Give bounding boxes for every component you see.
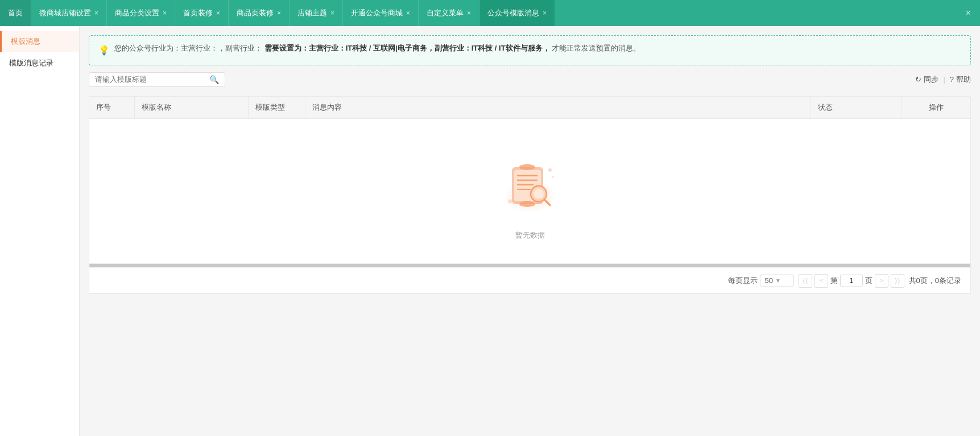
total-info-label: 共0页，0条记录 (909, 276, 961, 286)
tab-store-theme[interactable]: 店铺主题 × (290, 0, 343, 26)
close-tab-store-theme[interactable]: × (330, 9, 334, 17)
page-size-label: 每页显示 (728, 276, 758, 286)
svg-point-7 (519, 164, 535, 170)
page-unit-label: 页 (865, 276, 873, 286)
page-size-selector: 每页显示 50 ▼ (728, 275, 794, 286)
col-header-action: 操作 (902, 97, 970, 118)
close-tab-home-decor[interactable]: × (216, 9, 220, 17)
close-tab-custom-menu[interactable]: × (467, 9, 471, 17)
tab-home[interactable]: 首页 (0, 0, 31, 26)
toolbar-divider: | (943, 75, 945, 84)
notice-box: 💡 您的公众号行业为：主营行业：，副营行业： 需要设置为：主营行业：IT科技 /… (89, 35, 971, 65)
tab-template-message[interactable]: 公众号模版消息 × (479, 0, 555, 26)
page-size-value: 50 (765, 276, 773, 285)
next-page-button[interactable]: ＞ (875, 274, 888, 288)
col-header-index: 序号 (89, 97, 135, 118)
sidebar-item-template-message-log[interactable]: 模版消息记录 (0, 52, 79, 74)
close-tab-open-mall[interactable]: × (406, 9, 410, 17)
search-input[interactable] (95, 75, 209, 84)
first-page-button[interactable]: ⟨⟨ (799, 274, 812, 288)
close-tab-store-settings[interactable]: × (94, 9, 98, 17)
svg-point-13 (552, 176, 554, 178)
tab-product-decor[interactable]: 商品页装修 × (229, 0, 290, 26)
notice-text-suffix: 才能正常发送预置的消息。 (552, 44, 640, 52)
page-label-first: 第 (830, 276, 838, 286)
col-header-status: 状态 (811, 97, 902, 118)
top-nav-bar: 首页 微商城店铺设置 × 商品分类设置 × 首页装修 × 商品页装修 × 店铺主… (0, 0, 980, 26)
empty-state-icon (496, 153, 564, 221)
tab-category-settings[interactable]: 商品分类设置 × (107, 0, 175, 26)
page-size-select-box[interactable]: 50 ▼ (760, 275, 794, 286)
empty-state-text: 暂无数据 (515, 230, 545, 240)
chevron-down-icon: ▼ (775, 277, 781, 284)
tab-open-mall[interactable]: 开通公众号商城 × (343, 0, 419, 26)
table-header: 序号 模版名称 模版类型 消息内容 状态 操作 (89, 97, 970, 119)
pagination-bar: 每页显示 50 ▼ ⟨⟨ ＜ 第 页 ＞ ⟩⟩ 共0页，0条记录 (89, 268, 970, 293)
search-box: 🔍 (89, 72, 225, 87)
main-layout: 模版消息 模版消息记录 💡 您的公众号行业为：主营行业：，副营行业： 需要设置为… (0, 26, 980, 436)
sync-button[interactable]: ↻ 同步 (915, 74, 938, 85)
toolbar: 🔍 ↻ 同步 | ? 帮助 (89, 72, 971, 87)
prev-page-button[interactable]: ＜ (814, 274, 828, 288)
last-page-button[interactable]: ⟩⟩ (891, 274, 904, 288)
tab-home-decor[interactable]: 首页装修 × (175, 0, 229, 26)
help-circle-icon: ? (950, 75, 954, 84)
notice-text-highlight: 需要设置为：主营行业：IT科技 / 互联网|电子商务，副营行业：IT科技 / I… (264, 44, 550, 52)
col-header-content: 消息内容 (305, 97, 811, 118)
main-content-area: 💡 您的公众号行业为：主营行业：，副营行业： 需要设置为：主营行业：IT科技 /… (80, 26, 980, 436)
help-button[interactable]: ? 帮助 (950, 74, 971, 85)
scrollbar-thumb[interactable] (89, 264, 970, 267)
close-tab-category-settings[interactable]: × (163, 9, 167, 17)
svg-point-10 (534, 189, 544, 199)
close-all-tabs-button[interactable]: × (957, 8, 980, 18)
close-tab-product-decor[interactable]: × (277, 9, 281, 17)
current-page-input[interactable] (840, 275, 863, 286)
col-header-name: 模版名称 (135, 97, 249, 118)
svg-point-12 (548, 168, 552, 172)
svg-point-14 (508, 199, 512, 203)
horizontal-scrollbar[interactable] (89, 263, 970, 268)
notice-icon: 💡 (98, 43, 110, 58)
page-navigation: ⟨⟨ ＜ 第 页 ＞ ⟩⟩ (799, 274, 904, 288)
tab-custom-menu[interactable]: 自定义菜单 × (419, 0, 479, 26)
empty-state: 暂无数据 (89, 119, 970, 263)
col-header-type: 模版类型 (249, 97, 305, 118)
refresh-icon: ↻ (915, 75, 921, 84)
notice-text-intro: 您的公众号行业为：主营行业：，副营行业： (114, 44, 262, 52)
sidebar: 模版消息 模版消息记录 (0, 26, 80, 436)
svg-point-8 (519, 201, 535, 207)
close-tab-template-message[interactable]: × (543, 9, 547, 17)
toolbar-right: ↻ 同步 | ? 帮助 (915, 74, 971, 85)
data-table: 序号 模版名称 模版类型 消息内容 状态 操作 (89, 96, 971, 294)
tab-store-settings[interactable]: 微商城店铺设置 × (31, 0, 107, 26)
search-icon[interactable]: 🔍 (209, 75, 219, 84)
sidebar-item-template-message[interactable]: 模版消息 (0, 31, 79, 52)
